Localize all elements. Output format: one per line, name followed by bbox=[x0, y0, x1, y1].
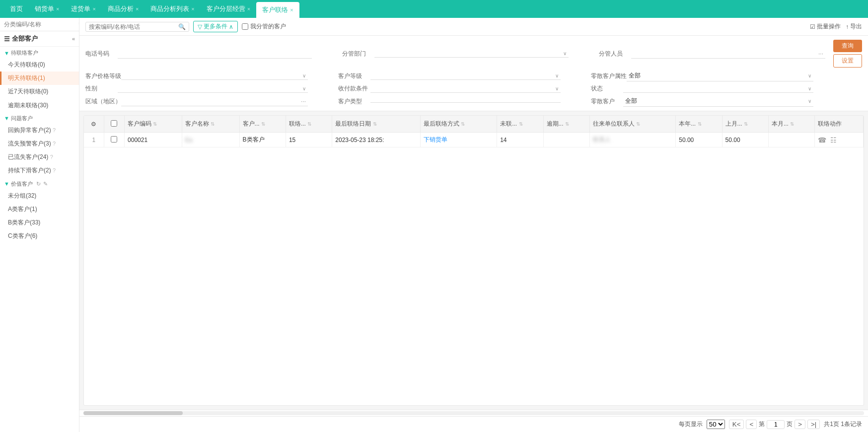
row-type: B类客户 bbox=[239, 133, 286, 147]
filter-manager: 分管人员 ··· bbox=[599, 49, 825, 59]
customer-level-select[interactable]: ∨ bbox=[370, 72, 561, 80]
query-button[interactable]: 查询 bbox=[833, 40, 862, 52]
sidebar-collapse-icon[interactable]: « bbox=[72, 36, 75, 42]
payment-arrow: ∨ bbox=[555, 86, 559, 91]
gender-arrow: ∨ bbox=[302, 86, 306, 91]
gender-select[interactable]: ∨ bbox=[118, 85, 308, 93]
nav-home[interactable]: 首页 bbox=[4, 0, 29, 18]
manager-select[interactable]: ··· bbox=[631, 49, 825, 59]
table-row: 1 000021 Ea B类客户 15 2023-05-23 18:25: 下销… bbox=[84, 133, 864, 147]
sidebar-item-repurchase-abnormal[interactable]: 回购异常客户(2) ? bbox=[0, 124, 79, 137]
total-label: 共1页 1条记录 bbox=[824, 420, 862, 429]
sidebar-value-group-title: ▼ 价值客户 ↻ ✎ bbox=[0, 178, 79, 189]
col-last-method[interactable]: 最后联络方式 ⇅ bbox=[421, 116, 497, 133]
select-all-checkbox[interactable] bbox=[111, 120, 117, 127]
row-checkbox[interactable] bbox=[111, 136, 117, 143]
col-code[interactable]: 客户编码 ⇅ bbox=[125, 116, 182, 133]
retail-attr-select[interactable]: 全部 ∨ bbox=[627, 71, 813, 81]
sort-date-icon: ⇅ bbox=[373, 121, 377, 127]
nav-customer-contact[interactable]: 客户联络 × bbox=[256, 2, 299, 18]
data-table-container: ⚙ 客户编码 ⇅ 客户名称 ⇅ 客户... bbox=[83, 115, 864, 406]
triangle-icon-2: ▼ bbox=[4, 115, 9, 121]
col-this-month[interactable]: 本月... ⇅ bbox=[768, 116, 814, 133]
close-segment-icon[interactable]: × bbox=[247, 0, 250, 18]
main-search-icon[interactable]: 🔍 bbox=[178, 23, 186, 30]
close-analysis-icon[interactable]: × bbox=[136, 0, 139, 18]
value-level-select[interactable]: ∨ bbox=[121, 72, 308, 80]
per-page-select[interactable]: 50 bbox=[707, 420, 725, 429]
footer: 每页显示 50 K< < 第 页 > >| 共1页 1条记录 bbox=[79, 416, 868, 432]
filter-value-level: 客户价格等级 ∨ bbox=[85, 72, 308, 80]
sidebar-search-input[interactable] bbox=[4, 21, 78, 28]
close-sales-icon[interactable]: × bbox=[56, 0, 59, 18]
sidebar-item-class-a[interactable]: A类客户(1) bbox=[0, 203, 79, 216]
phone-action-icon[interactable]: ☎ bbox=[818, 136, 826, 144]
sidebar-item-churn-warning[interactable]: 流失预警客户(3) ? bbox=[0, 137, 79, 150]
horizontal-scrollbar bbox=[79, 410, 868, 416]
edit-icon[interactable]: ✎ bbox=[43, 181, 48, 187]
batch-operation-btn[interactable]: ☑ 批量操作 bbox=[810, 22, 841, 31]
first-page-btn[interactable]: K< bbox=[729, 420, 744, 429]
sidebar-item-7day-contact[interactable]: 近7天待联络(0) bbox=[0, 85, 79, 98]
sidebar: 🔍 ☰ 全部客户 « ▼ 待联络客户 今天待联络(0) 明天待联络(1) 近7天… bbox=[0, 18, 79, 432]
page-number-input[interactable] bbox=[767, 420, 785, 429]
nav-sales[interactable]: 销货单 × bbox=[29, 0, 65, 18]
sidebar-item-overdue-contact[interactable]: 逾期未联络(30) bbox=[0, 99, 79, 112]
col-this-year[interactable]: 本年... ⇅ bbox=[676, 116, 722, 133]
grid-action-icon[interactable]: ☷ bbox=[830, 136, 837, 144]
status-arrow: ∨ bbox=[808, 86, 811, 91]
close-purchase-icon[interactable]: × bbox=[92, 0, 95, 18]
filter-row-2: 客户价格等级 ∨ 客户等级 ∨ 零散客户属性 全部 bbox=[85, 71, 862, 81]
content-area: 🔍 ▽ 更多条件 ∧ 我分管的客户 ☑ 批量操作 ↑ 导出 bbox=[79, 18, 868, 432]
col-uncontacted[interactable]: 未联... ⇅ bbox=[497, 116, 543, 133]
filter-more-btn[interactable]: ▽ 更多条件 ∧ bbox=[193, 21, 238, 32]
sidebar-item-today-contact[interactable]: 今天待联络(0) bbox=[0, 58, 79, 72]
sidebar-item-churned[interactable]: 已流失客户(24) ? bbox=[0, 150, 79, 164]
sidebar-item-tomorrow-contact[interactable]: 明天待联络(1) bbox=[0, 72, 79, 85]
scrollbar-thumb[interactable] bbox=[83, 411, 183, 415]
sort-contacts-icon: ⇅ bbox=[307, 121, 311, 127]
nav-analysis-table[interactable]: 商品分析列表 × bbox=[145, 0, 200, 18]
col-last-date[interactable]: 最后联络日期 ⇅ bbox=[332, 116, 421, 133]
main-search-input[interactable] bbox=[89, 23, 178, 30]
next-page-btn[interactable]: > bbox=[795, 420, 805, 429]
sidebar-item-ungrouped[interactable]: 未分组(32) bbox=[0, 189, 79, 203]
status-select[interactable]: ∨ bbox=[623, 85, 813, 93]
sidebar-item-class-b[interactable]: B类客户(33) bbox=[0, 216, 79, 229]
customer-type-select[interactable] bbox=[370, 100, 561, 103]
sidebar-pending-group-title: ▼ 待联络客户 bbox=[0, 47, 79, 58]
sort-method-icon: ⇅ bbox=[461, 121, 465, 127]
retail-customer-select[interactable]: 全部 ∨ bbox=[623, 96, 813, 107]
sidebar-all-customers[interactable]: ☰ 全部客户 « bbox=[0, 31, 79, 47]
per-page-label: 每页显示 bbox=[679, 420, 703, 429]
export-icon: ↑ bbox=[846, 23, 849, 30]
my-customers-checkbox[interactable] bbox=[242, 23, 248, 30]
prev-page-btn[interactable]: < bbox=[746, 420, 757, 429]
col-name[interactable]: 客户名称 ⇅ bbox=[182, 116, 239, 133]
area-ellipsis[interactable]: ··· bbox=[301, 98, 306, 105]
close-analysis-table-icon[interactable]: × bbox=[191, 0, 194, 18]
col-past-contact[interactable]: 往来单位联系人 ⇅ bbox=[589, 116, 675, 133]
close-contact-icon[interactable]: × bbox=[290, 1, 293, 19]
set-button[interactable]: 设置 bbox=[833, 54, 862, 68]
nav-purchase[interactable]: 进货单 × bbox=[65, 0, 101, 18]
col-action: 联络动作 bbox=[815, 116, 864, 133]
area-select[interactable]: ··· bbox=[121, 97, 308, 106]
nav-customer-segment[interactable]: 客户分层经营 × bbox=[201, 0, 256, 18]
col-contacts[interactable]: 联络... ⇅ bbox=[286, 116, 332, 133]
export-btn[interactable]: ↑ 导出 bbox=[846, 22, 862, 31]
last-method-link[interactable]: 下销货单 bbox=[424, 136, 447, 143]
col-type[interactable]: 客户... ⇅ bbox=[239, 116, 286, 133]
payment-select[interactable]: ∨ bbox=[370, 85, 561, 93]
col-overdue[interactable]: 逾期... ⇅ bbox=[543, 116, 589, 133]
phone-input[interactable] bbox=[118, 49, 312, 59]
dept-select[interactable]: ∨ bbox=[374, 50, 569, 58]
refresh-icon[interactable]: ↻ bbox=[36, 181, 41, 187]
sidebar-item-declining[interactable]: 持续下滑客户(2) ? bbox=[0, 164, 79, 177]
col-gear[interactable]: ⚙ bbox=[84, 116, 104, 133]
nav-analysis[interactable]: 商品分析 × bbox=[102, 0, 145, 18]
sidebar-item-class-c[interactable]: C类客户(6) bbox=[0, 229, 79, 243]
manager-ellipsis-icon[interactable]: ··· bbox=[818, 50, 823, 57]
col-last-month[interactable]: 上月... ⇅ bbox=[722, 116, 768, 133]
last-page-btn[interactable]: >| bbox=[807, 420, 820, 429]
